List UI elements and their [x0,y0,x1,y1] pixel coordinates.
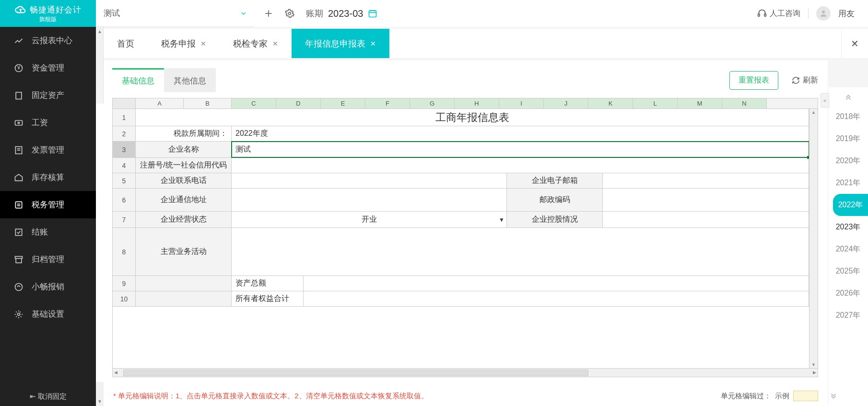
col-header-J[interactable]: J [544,98,588,108]
sidebar-item-building[interactable]: 固定资产 [0,82,96,109]
cell-r7-label[interactable]: 企业经营状态 [136,212,232,227]
cell-r10-spacer[interactable] [136,291,232,306]
sidebar-item-salary[interactable]: 工资 [0,109,96,136]
sidebar-item-settings[interactable]: 基础设置 [0,300,96,328]
sub-tab-basic[interactable]: 基础信息 [112,68,164,92]
avatar[interactable] [816,6,831,21]
row-header-1[interactable]: 1 [113,109,136,126]
cell-r5-val1[interactable] [232,173,507,188]
cell-r7-right[interactable]: 企业控股情况 [507,212,603,227]
col-header-B[interactable]: B [184,98,232,108]
cell-r9-value[interactable] [304,276,809,291]
rail-down-icon[interactable] [828,392,868,402]
dropdown-icon[interactable]: ▼ [499,216,504,223]
rail-up-icon[interactable] [828,87,868,106]
row-header-7[interactable]: 7 [113,212,136,227]
col-header-N[interactable]: N [722,98,767,108]
close-icon[interactable]: ✕ [272,40,278,48]
cell-r10-value[interactable] [304,291,809,306]
cell-r7-val2[interactable] [603,212,809,227]
plus-icon[interactable] [264,9,273,18]
row-header-2[interactable]: 2 [113,126,136,141]
row-header-3[interactable]: 3 [113,142,136,157]
sidebar-item-archive[interactable]: 归档管理 [0,246,96,273]
cell-r6-label[interactable]: 企业通信地址 [136,189,232,211]
row-header-8[interactable]: 8 [113,228,136,275]
unpin-sidebar[interactable]: ⇤ 取消固定 [0,387,96,406]
gear-icon[interactable] [285,9,294,18]
cell-r6-right[interactable]: 邮政编码 [507,189,603,211]
horizontal-scrollbar[interactable] [113,368,818,377]
col-header-I[interactable]: I [499,98,544,108]
year-2019年[interactable]: 2019年 [828,128,868,150]
row-header-5[interactable]: 5 [113,173,136,188]
sidebar-item-tax[interactable]: 税务管理 [0,191,96,218]
col-header-E[interactable]: E [321,98,365,108]
col-header-L[interactable]: L [633,98,678,108]
cell-r8-value[interactable] [232,228,809,275]
sidebar-item-expense[interactable]: 小畅报销 [0,273,96,300]
sub-tab-other[interactable]: 其他信息 [164,68,216,92]
cell-r7-value[interactable]: 开业 ▼ [232,212,507,227]
col-header-K[interactable]: K [588,98,633,108]
sidebar-item-chart[interactable]: 云报表中心 [0,27,96,54]
cell-r8-label[interactable]: 主营业务活动 [136,228,232,275]
period-value[interactable]: 2023-03 [328,8,363,19]
col-header-H[interactable]: H [455,98,499,108]
cell-r6-val2[interactable] [603,189,809,211]
cell-r4-label[interactable]: 注册号/统一社会信用代码 [136,158,232,173]
year-2020年[interactable]: 2020年 [828,150,868,172]
cell-r3-value[interactable]: 测试 [232,142,809,157]
cell-r9-label[interactable]: 资产总额 [232,276,304,291]
year-2018年[interactable]: 2018年 [828,106,868,128]
refresh-button[interactable]: 刷新 [792,75,818,85]
year-2025年[interactable]: 2025年 [828,260,868,282]
close-all-tabs[interactable]: ✕ [841,29,868,58]
sidebar-item-invoice[interactable]: 发票管理 [0,136,96,164]
col-header-M[interactable]: M [678,98,722,108]
sidebar-scroll-down[interactable] [96,382,104,406]
consult-button[interactable]: 人工咨询 [757,9,800,19]
cell-r4-value[interactable] [232,158,809,173]
cell-r5-right[interactable]: 企业电子邮箱 [507,173,603,188]
select-all-corner[interactable] [113,98,136,108]
cell-r3-label[interactable]: 企业名称 [136,142,232,157]
row-header-4[interactable]: 4 [113,158,136,173]
cell-r5-val2[interactable] [603,173,809,188]
username[interactable]: 用友 [838,8,855,19]
row-header-10[interactable]: 10 [113,291,136,306]
hscroll-thumb[interactable] [123,370,588,376]
col-header-F[interactable]: F [365,98,410,108]
sidebar-item-close-book[interactable]: 结账 [0,218,96,246]
year-2027年[interactable]: 2027年 [828,304,868,326]
col-header-C[interactable]: C [232,98,276,108]
row-header-6[interactable]: 6 [113,189,136,211]
vertical-scrollbar[interactable] [809,109,818,368]
col-header-A[interactable]: A [136,98,184,108]
year-2021年[interactable]: 2021年 [828,172,868,194]
reset-report-button[interactable]: 重置报表 [729,71,778,90]
close-icon[interactable]: ✕ [370,40,376,48]
cell-r5-label[interactable]: 企业联系电话 [136,173,232,188]
org-selector[interactable]: 测试 [96,0,254,27]
sidebar-item-money[interactable]: ¥资金管理 [0,54,96,82]
close-icon[interactable]: ✕ [200,40,206,48]
rail-collapse-icon[interactable]: « [821,93,829,107]
tab[interactable]: 年报信息申报表✕ [292,29,389,58]
cell-r6-val1[interactable] [232,189,507,211]
cell-r9-spacer[interactable] [136,276,232,291]
year-2022年[interactable]: 2022年 [833,194,868,216]
row-header-9[interactable]: 9 [113,276,136,291]
col-header-G[interactable]: G [410,98,455,108]
cell-r2-label[interactable]: 税款所属期间： [136,126,232,141]
calendar-icon[interactable] [368,9,377,18]
sidebar-item-stock[interactable]: 库存核算 [0,164,96,191]
sidebar-scroll-up[interactable] [96,27,104,104]
cell-r10-label[interactable]: 所有者权益合计 [232,291,304,306]
tab[interactable]: 税务申报✕ [148,29,220,58]
tab[interactable]: 税检专家✕ [220,29,292,58]
cell-r2-value[interactable]: 2022年度 [232,126,809,141]
col-header-D[interactable]: D [276,98,321,108]
tab[interactable]: 首页 [104,29,148,58]
year-2023年[interactable]: 2023年 [828,216,868,238]
